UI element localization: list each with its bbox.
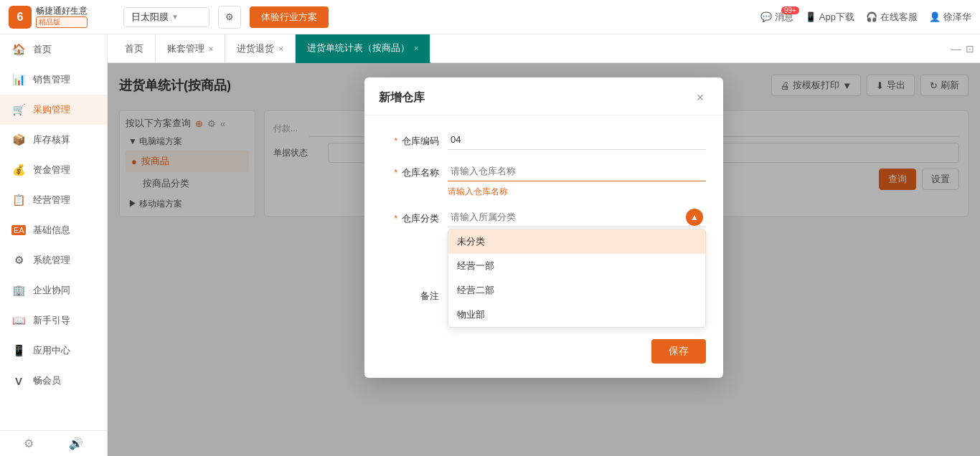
sidebar-item-sales[interactable]: 📊 销售管理	[0, 65, 107, 95]
phone-icon: 📱	[805, 11, 816, 22]
dropdown-item-uncategorized[interactable]: 未分类	[448, 229, 705, 254]
sidebar-item-system[interactable]: ⚙ 系统管理	[0, 245, 107, 275]
user-name: 徐泽华	[943, 11, 971, 24]
dialog-body: * 仓库编码 * 仓库名称 请输入仓库名称	[364, 115, 723, 331]
tab-home-label: 首页	[125, 42, 143, 55]
tab-expand-icon[interactable]: ⊡	[966, 43, 974, 54]
system-icon: ⚙	[11, 254, 26, 267]
online-service-item[interactable]: 🎧 在线客服	[866, 11, 918, 24]
operations-icon: 📋	[11, 194, 26, 206]
app-badge: 精品版	[36, 16, 88, 28]
home-icon: 🏠	[11, 43, 26, 56]
inventory-icon: 📦	[11, 133, 26, 146]
notification-item[interactable]: 💬 消息 99+	[760, 11, 793, 24]
tab-purchase-return-label: 进货退货	[237, 42, 274, 55]
app-name: 畅捷通好生意	[36, 6, 88, 17]
notification-badge: 99+	[781, 6, 799, 14]
tab-home[interactable]: 首页	[113, 34, 156, 63]
page-content: 进货单统计(按商品) 🖨 按模板打印 ▼ ⬇ 导出 ↻ 刷新	[108, 63, 980, 456]
notes-label: 备注	[382, 285, 439, 303]
user-icon: 👤	[929, 11, 941, 22]
sidebar-item-enterprise[interactable]: 🏢 企业协同	[0, 275, 107, 305]
sidebar-item-inventory[interactable]: 📦 库存核算	[0, 125, 107, 155]
sidebar-settings-icon[interactable]: ⚙	[24, 437, 34, 450]
tab-minimize-icon[interactable]: —	[951, 43, 961, 54]
store-selector[interactable]: 日太阳膜 ▼	[123, 7, 209, 27]
form-row-code: * 仓库编码	[382, 130, 706, 150]
sidebar-label-finance: 资金管理	[33, 163, 70, 176]
name-label: * 仓库名称	[382, 161, 439, 179]
form-row-category: * 仓库分类 ▲ 未分类	[382, 207, 706, 227]
app-logo: 6	[9, 6, 32, 29]
purchase-icon: 🛒	[11, 103, 26, 116]
user-item[interactable]: 👤 徐泽华	[929, 11, 971, 24]
dialog-title: 新增仓库	[379, 90, 425, 105]
tab-purchase-stats[interactable]: 进货单统计表（按商品） ×	[296, 34, 430, 63]
save-button[interactable]: 保存	[651, 339, 706, 364]
online-service-label: 在线客服	[880, 11, 918, 24]
content-area: 首页 账套管理 × 进货退货 × 进货单统计表（按商品） × — ⊡	[108, 34, 980, 456]
tab-accounts-label: 账套管理	[167, 42, 204, 55]
sidebar-label-operations: 经营管理	[33, 194, 70, 206]
settings-icon-btn[interactable]: ⚙	[218, 6, 241, 29]
message-icon: 💬	[760, 11, 772, 22]
form-row-name: * 仓库名称 请输入仓库名称	[382, 161, 706, 196]
sidebar-label-home: 首页	[33, 43, 52, 56]
name-input[interactable]	[448, 161, 706, 181]
logo-area: 6 畅捷通好生意 精品版	[9, 6, 115, 29]
member-icon: V	[11, 375, 26, 387]
category-toggle-btn[interactable]: ▲	[686, 209, 703, 226]
sidebar-label-purchase: 采购管理	[33, 103, 70, 116]
sidebar-bottom: ⚙ 🔊	[0, 430, 107, 456]
dropdown-item-dept2[interactable]: 经营二部	[448, 278, 705, 303]
dialog-footer: 保存	[364, 331, 723, 378]
app-center-icon: 📱	[11, 344, 26, 357]
modal-overlay: 新增仓库 × * 仓库编码	[108, 63, 980, 456]
app-download-item[interactable]: 📱 App下载	[805, 11, 854, 24]
enterprise-icon: 🏢	[11, 284, 26, 297]
dialog-header: 新增仓库 ×	[364, 77, 723, 115]
dropdown-item-dept1[interactable]: 经营一部	[448, 254, 705, 278]
code-input[interactable]	[448, 130, 706, 150]
sidebar-label-member: 畅会员	[33, 374, 61, 387]
sidebar-item-home[interactable]: 🏠 首页	[0, 34, 107, 65]
sidebar-item-member[interactable]: V 畅会员	[0, 366, 107, 396]
sidebar-label-basic-info: 基础信息	[33, 224, 70, 237]
tab-bar: 首页 账套管理 × 进货退货 × 进货单统计表（按商品） × — ⊡	[108, 34, 980, 63]
category-dropdown: 未分类 经营一部 经营二部 物业部	[448, 229, 706, 328]
sidebar-item-app-center[interactable]: 📱 应用中心	[0, 336, 107, 366]
sidebar-volume-icon[interactable]: 🔊	[69, 437, 83, 450]
tab-actions: — ⊡	[951, 43, 974, 54]
sidebar-item-purchase[interactable]: 🛒 采购管理	[0, 95, 107, 125]
store-name: 日太阳膜	[131, 11, 169, 24]
sales-icon: 📊	[11, 73, 26, 86]
dropdown-item-property[interactable]: 物业部	[448, 303, 705, 327]
sidebar-item-guide[interactable]: 📖 新手引导	[0, 305, 107, 336]
code-label: * 仓库编码	[382, 130, 439, 148]
tab-purchase-stats-close[interactable]: ×	[414, 44, 418, 52]
sidebar: 🏠 首页 📊 销售管理 🛒 采购管理 📦 库存核算 💰 资金管理 📋 经营管理 …	[0, 34, 108, 456]
sidebar-label-enterprise: 企业协同	[33, 284, 70, 297]
trial-button[interactable]: 体验行业方案	[250, 6, 329, 28]
main-layout: 🏠 首页 📊 销售管理 🛒 采购管理 📦 库存核算 💰 资金管理 📋 经营管理 …	[0, 34, 980, 456]
sidebar-label-system: 系统管理	[33, 254, 70, 267]
category-input[interactable]	[448, 207, 706, 227]
dialog-close-button[interactable]: ×	[692, 89, 709, 106]
header-right: 💬 消息 99+ 📱 App下载 🎧 在线客服 👤 徐泽华	[760, 11, 971, 24]
sidebar-item-operations[interactable]: 📋 经营管理	[0, 185, 107, 215]
sidebar-item-basic-info[interactable]: EA 基础信息	[0, 215, 107, 245]
tab-purchase-return[interactable]: 进货退货 ×	[225, 34, 295, 63]
sidebar-label-guide: 新手引导	[33, 314, 70, 327]
tab-accounts[interactable]: 账套管理 ×	[156, 34, 225, 63]
tab-purchase-return-close[interactable]: ×	[278, 44, 283, 53]
category-input-wrapper: ▲	[448, 207, 706, 227]
sidebar-label-inventory: 库存核算	[33, 133, 70, 146]
headset-icon: 🎧	[866, 11, 877, 22]
tab-purchase-stats-label: 进货单统计表（按商品）	[307, 42, 410, 54]
sidebar-label-sales: 销售管理	[33, 73, 70, 86]
sidebar-item-finance[interactable]: 💰 资金管理	[0, 155, 107, 185]
tab-accounts-close[interactable]: ×	[209, 44, 213, 53]
sidebar-label-app-center: 应用中心	[33, 344, 70, 357]
name-error-msg: 请输入仓库名称	[448, 186, 508, 198]
basic-info-icon: EA	[11, 225, 26, 235]
